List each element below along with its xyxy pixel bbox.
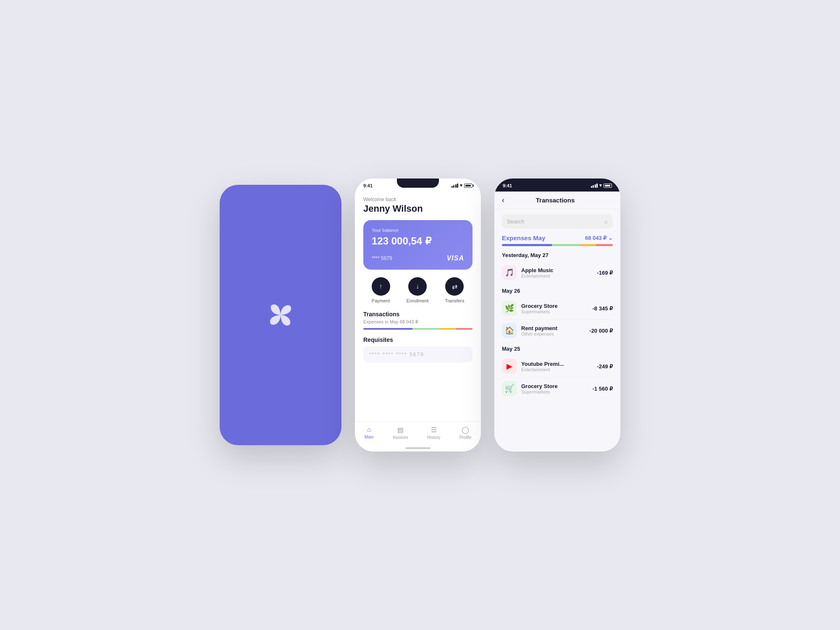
app-logo xyxy=(262,296,299,334)
tx-item-youtube[interactable]: ▶ Youtube Premi... Entertainment -249 ₽ xyxy=(502,355,613,378)
tx-item-apple-music[interactable]: 🎵 Apple Music Entertainment -169 ₽ xyxy=(502,262,613,284)
card-number: **** 5679 xyxy=(372,255,392,261)
splash-screen xyxy=(220,185,341,445)
requisites-input[interactable]: **** **** **** 5679 xyxy=(363,346,472,362)
tx-battery-icon xyxy=(604,184,612,188)
tx-info-rent: Rent payment Other expenses xyxy=(521,325,585,336)
tx-status-time: 9:41 xyxy=(503,183,512,188)
tx-info-grocery1: Grocery Store Supermarkets xyxy=(521,303,588,314)
expenses-header: Expenses May 68 043 ₽ ⌄ xyxy=(502,234,613,242)
card-label: Your balance xyxy=(372,228,464,233)
nav-main[interactable]: ⌂ Main xyxy=(365,426,374,440)
nav-history-label: History xyxy=(427,435,440,440)
home-icon: ⌂ xyxy=(367,426,371,433)
status-time: 9:41 xyxy=(363,183,373,188)
balance-card[interactable]: Your balance 123 000,54 ₽ **** 5679 VISA xyxy=(363,220,472,270)
nav-main-label: Main xyxy=(365,435,374,439)
nav-invoices[interactable]: ▤ Invoices xyxy=(393,426,408,440)
tx-signal-icon xyxy=(591,184,598,188)
grocery-icon-1: 🌿 xyxy=(502,301,517,316)
user-name: Jenny Wilson xyxy=(363,203,472,214)
tx-header: ‹ Transactions xyxy=(494,192,620,209)
card-balance: 123 000,54 ₽ xyxy=(372,235,464,247)
tx-amount-rent: -20 000 ₽ xyxy=(589,328,613,334)
profile-icon: ◯ xyxy=(462,426,469,434)
youtube-icon: ▶ xyxy=(502,359,517,374)
tx-page-title: Transactions xyxy=(508,197,603,204)
nav-profile[interactable]: ◯ Profile xyxy=(459,426,471,440)
tx-status-icons: ▾ xyxy=(591,183,612,188)
requisites-section: Requisites **** **** **** 5679 xyxy=(363,336,472,362)
transfers-label: Transfers xyxy=(445,298,464,303)
search-bar[interactable]: Search ⌕ xyxy=(502,214,613,228)
transactions-title: Transactions xyxy=(363,311,472,318)
tx-category: Entertainment xyxy=(521,273,593,278)
bottom-nav: ⌂ Main ▤ Invoices ☰ History ◯ Profile xyxy=(355,421,481,446)
actions-row: ↑ Payment ↓ Enrollment ⇄ Transfers xyxy=(363,277,472,303)
nav-invoices-label: Invoices xyxy=(393,435,408,440)
transactions-progress xyxy=(363,328,472,330)
expenses-progress-bar xyxy=(502,244,613,246)
tx-info-apple-music: Apple Music Entertainment xyxy=(521,267,593,278)
transfers-icon: ⇄ xyxy=(445,277,464,296)
date-label-may26: May 26 xyxy=(502,288,613,294)
tx-cat-grocery2: Supermarkets xyxy=(521,389,588,394)
tx-cat-rent: Other expenses xyxy=(521,331,585,336)
chevron-down-icon: ⌄ xyxy=(608,235,613,241)
enrollment-label: Enrollment xyxy=(407,298,429,303)
notch xyxy=(397,178,439,188)
action-payment[interactable]: ↑ Payment xyxy=(372,277,390,303)
signal-icon xyxy=(452,184,459,188)
history-icon: ☰ xyxy=(431,426,437,434)
wifi-icon: ▾ xyxy=(460,183,462,188)
status-icons: ▾ xyxy=(452,183,473,188)
requisites-title: Requisites xyxy=(363,336,472,343)
tx-status-bar: 9:41 ▾ xyxy=(494,178,620,192)
expenses-label: Expenses May xyxy=(502,234,545,242)
transactions-sub: Expenses in May 68 043 ₽ xyxy=(363,319,472,325)
tx-name: Apple Music xyxy=(521,267,593,273)
tx-amount: -169 ₽ xyxy=(597,270,613,276)
home-indicator xyxy=(355,446,481,452)
search-placeholder: Search xyxy=(507,218,601,225)
action-transfers[interactable]: ⇄ Transfers xyxy=(445,277,464,303)
nav-history[interactable]: ☰ History xyxy=(427,426,440,440)
welcome-text: Welcome back xyxy=(363,197,472,202)
card-brand: VISA xyxy=(447,255,464,262)
nav-profile-label: Profile xyxy=(459,435,471,440)
transactions-screen: 9:41 ▾ ‹ Transactions xyxy=(494,178,620,452)
tx-info-youtube: Youtube Premi... Entertainment xyxy=(521,361,593,372)
tx-name-grocery1: Grocery Store xyxy=(521,303,588,309)
tx-item-grocery1[interactable]: 🌿 Grocery Store Supermarkets -8 345 ₽ xyxy=(502,297,613,320)
tx-name-grocery2: Grocery Store xyxy=(521,383,588,389)
invoices-icon: ▤ xyxy=(397,426,404,434)
tx-wifi-icon: ▾ xyxy=(599,183,602,188)
grocery-icon-2: 🛒 xyxy=(502,381,517,396)
enrollment-icon: ↓ xyxy=(408,277,427,296)
expenses-amount: 68 043 ₽ ⌄ xyxy=(585,235,613,241)
date-group-may25: May 25 ▶ Youtube Premi... Entertainment … xyxy=(502,346,613,399)
search-icon: ⌕ xyxy=(604,218,608,225)
tx-item-grocery2[interactable]: 🛒 Grocery Store Supermarkets -1 560 ₽ xyxy=(502,378,613,399)
battery-icon xyxy=(464,184,472,188)
rent-icon: 🏠 xyxy=(502,323,517,338)
action-enrollment[interactable]: ↓ Enrollment xyxy=(407,277,429,303)
back-button[interactable]: ‹ xyxy=(502,196,504,205)
main-screen: 9:41 ▾ Welcome back Jenny Wilson You xyxy=(355,178,481,452)
tx-amount-youtube: -249 ₽ xyxy=(597,363,613,370)
tx-name-youtube: Youtube Premi... xyxy=(521,361,593,367)
date-label-may27: Yesterday, May 27 xyxy=(502,252,613,258)
tx-content: Search ⌕ Expenses May 68 043 ₽ ⌄ xyxy=(494,209,620,452)
tx-cat-grocery1: Supermarkets xyxy=(521,309,588,314)
payment-label: Payment xyxy=(372,298,390,303)
main-content: Welcome back Jenny Wilson Your balance 1… xyxy=(355,190,481,421)
payment-icon: ↑ xyxy=(372,277,390,296)
date-label-may25: May 25 xyxy=(502,346,613,352)
apple-music-icon: 🎵 xyxy=(502,265,517,280)
date-group-may26: May 26 🌿 Grocery Store Supermarkets -8 3… xyxy=(502,288,613,341)
transactions-section: Transactions Expenses in May 68 043 ₽ xyxy=(363,311,472,330)
tx-name-rent: Rent payment xyxy=(521,325,585,331)
tx-item-rent[interactable]: 🏠 Rent payment Other expenses -20 000 ₽ xyxy=(502,320,613,341)
tx-info-grocery2: Grocery Store Supermarkets xyxy=(521,383,588,394)
tx-cat-youtube: Entertainment xyxy=(521,367,593,372)
